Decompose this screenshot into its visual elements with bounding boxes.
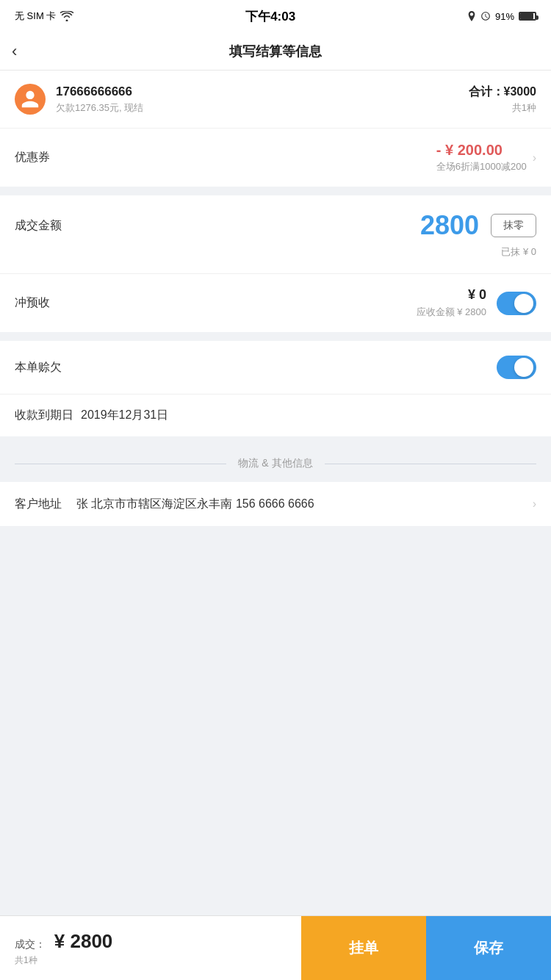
customer-info: 17666666666 欠款1276.35元, 现结 (56, 84, 143, 115)
credit-row: 本单赊欠 (15, 356, 536, 379)
coupon-desc: 全场6折满1000减200 (436, 160, 527, 173)
section-gap-1 (0, 187, 551, 195)
back-button[interactable]: ‹ (12, 42, 17, 61)
deal-amount-right: 2800 抹零 (420, 210, 536, 241)
deal-amount-sub: 已抹 ¥ 0 (15, 245, 536, 259)
due-date-label: 收款到期日 (15, 408, 73, 423)
credit-toggle[interactable] (497, 356, 536, 379)
status-right: 91% (467, 11, 536, 22)
prepay-label: 冲预收 (15, 295, 50, 311)
address-arrow-icon: › (533, 497, 536, 511)
bottom-spacer (0, 526, 551, 585)
item-count: 共1种 (469, 101, 537, 115)
prepay-row: 冲预收 ¥ 0 应收金额 ¥ 2800 (15, 287, 536, 319)
customer-phone: 17666666666 (56, 84, 143, 99)
customer-left: 17666666666 欠款1276.35元, 现结 (15, 84, 143, 115)
coupon-arrow-icon: › (533, 151, 536, 165)
status-bar: 无 SIM 卡 下午4:03 91% (0, 0, 551, 32)
battery-percent: 91% (495, 11, 514, 22)
logistics-label: 物流 & 其他信息 (238, 457, 312, 470)
divider-line-left (15, 464, 226, 464)
address-label: 客户地址 (15, 497, 62, 512)
deal-amount-row: 成交金额 2800 抹零 (15, 210, 536, 241)
prepay-right: ¥ 0 应收金额 ¥ 2800 (417, 287, 536, 319)
deal-amount-label: 成交金额 (15, 218, 62, 234)
bottom-deal-label: 成交： (15, 938, 46, 950)
section-gap-3 (0, 436, 551, 445)
sim-status: 无 SIM 卡 (15, 10, 56, 23)
coupon-row[interactable]: 优惠券 - ¥ 200.00 全场6折满1000减200 › (0, 128, 551, 187)
credit-label: 本单赊欠 (15, 360, 62, 375)
credit-section: 本单赊欠 (0, 341, 551, 394)
bottom-deal-amount: ¥ 2800 (54, 930, 113, 952)
due-date-row: 收款到期日 2019年12月31日 (15, 408, 536, 423)
location-icon (467, 11, 476, 21)
credit-toggle-knob (514, 358, 533, 377)
customer-section: 17666666666 欠款1276.35元, 现结 合计：¥3000 共1种 (0, 71, 551, 128)
customer-total: 合计：¥3000 共1种 (469, 84, 537, 115)
status-left: 无 SIM 卡 (15, 10, 73, 23)
coupon-label: 优惠券 (15, 150, 50, 165)
avatar (15, 84, 46, 115)
customer-debt: 欠款1276.35元, 现结 (56, 101, 143, 115)
due-date-value[interactable]: 2019年12月31日 (81, 408, 168, 423)
status-time: 下午4:03 (245, 8, 295, 25)
due-date-section: 收款到期日 2019年12月31日 (0, 394, 551, 436)
prepay-amount: ¥ 0 (417, 287, 486, 303)
prepay-sub: 应收金额 ¥ 2800 (417, 306, 486, 319)
address-value: 张 北京市市辖区海淀区永丰南 156 6666 6666 (76, 495, 533, 513)
bottom-count: 共1种 (15, 954, 287, 967)
deal-amount-section: 成交金额 2800 抹零 已抹 ¥ 0 (0, 195, 551, 273)
battery-icon (519, 12, 536, 21)
user-icon (20, 89, 40, 109)
bottom-deal-row: 成交： ¥ 2800 (15, 929, 287, 953)
address-section[interactable]: 客户地址 张 北京市市辖区海淀区永丰南 156 6666 6666 › (0, 482, 551, 526)
deal-amount-value[interactable]: 2800 (420, 210, 479, 241)
bottom-bar: 成交： ¥ 2800 共1种 挂单 保存 (0, 915, 551, 980)
coupon-discount: - ¥ 200.00 (436, 142, 527, 159)
hold-order-button[interactable]: 挂单 (301, 916, 426, 981)
toggle-knob (514, 294, 533, 313)
alarm-icon (480, 11, 491, 21)
prepay-section: 冲预收 ¥ 0 应收金额 ¥ 2800 (0, 273, 551, 332)
nav-bar: ‹ 填写结算等信息 (0, 32, 551, 71)
prepay-toggle[interactable] (497, 292, 536, 315)
save-button[interactable]: 保存 (426, 916, 551, 981)
divider-line-right (325, 464, 536, 464)
logistics-divider: 物流 & 其他信息 (0, 445, 551, 482)
page-title: 填写结算等信息 (229, 43, 322, 60)
bottom-summary: 成交： ¥ 2800 共1种 (0, 929, 301, 967)
section-gap-2 (0, 332, 551, 341)
total-amount: 合计：¥3000 (469, 84, 537, 100)
round-zero-button[interactable]: 抹零 (491, 214, 536, 237)
coupon-right: - ¥ 200.00 全场6折满1000减200 › (436, 142, 536, 173)
wifi-icon (60, 11, 73, 21)
